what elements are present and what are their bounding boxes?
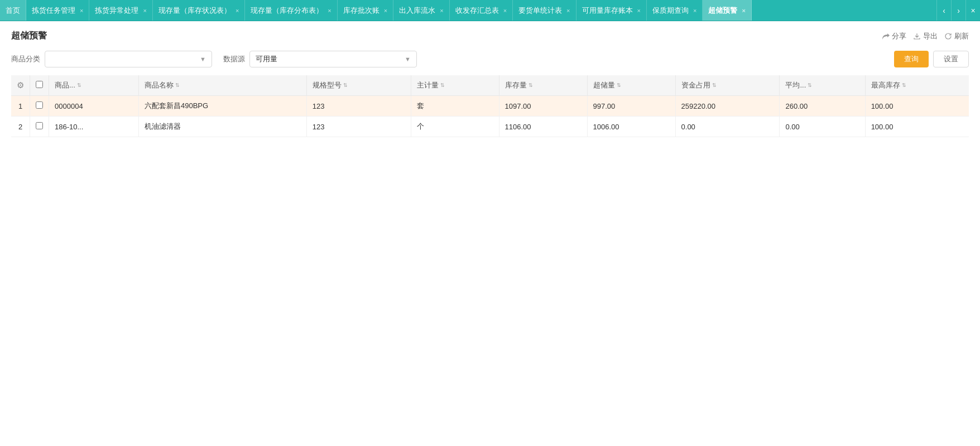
row-checkbox-cell [30, 96, 49, 117]
nav-item-batch-account[interactable]: 库存批次账 × [338, 0, 393, 21]
row-capital: 259220.00 [675, 96, 780, 117]
close-icon[interactable]: × [742, 7, 745, 14]
chevron-down-icon: ▼ [200, 56, 206, 62]
nav-item-quality-expiry[interactable]: 保质期查询 × [647, 0, 703, 21]
row-max-stock: 100.00 [865, 117, 969, 137]
row-avg: 260.00 [780, 96, 865, 117]
query-button[interactable]: 查询 [894, 51, 929, 67]
row-unit: 个 [411, 117, 499, 137]
close-icon[interactable]: × [637, 7, 641, 14]
sort-icon: ⇅ [808, 83, 812, 88]
nav-arrow-close[interactable]: × [965, 0, 980, 21]
row-over-stock: 1006.00 [587, 117, 675, 137]
row-avg: 0.00 [780, 117, 865, 137]
row-number: 1 [11, 96, 30, 117]
row-spec: 123 [306, 117, 411, 137]
th-checkbox [30, 75, 49, 96]
nav-item-exception[interactable]: 拣货异常处理 × [89, 0, 152, 21]
table-row: 2 186-10... 机油滤清器 123 个 1106.00 1006.00 … [11, 117, 969, 137]
row-spec: 123 [306, 96, 411, 117]
th-settings: ⚙ [11, 75, 30, 96]
row-checkbox[interactable] [36, 101, 43, 109]
export-button[interactable]: 导出 [913, 31, 938, 41]
nav-item-overstock-warning[interactable]: 超储预警 × [703, 0, 751, 21]
row-product-code: 0000004 [49, 96, 139, 117]
category-select[interactable]: ▼ [45, 51, 212, 67]
row-checkbox-cell [30, 117, 49, 137]
nav-item-inout-flow[interactable]: 出入库流水 × [393, 0, 449, 21]
datasource-label: 数据源 [223, 54, 245, 64]
nav-arrow-left[interactable]: ‹ [936, 0, 951, 21]
row-product-code: 186-10... [49, 117, 139, 137]
chevron-down-icon: ▼ [405, 56, 411, 62]
nav-item-order-stats[interactable]: 要货单统计表 × [513, 0, 576, 21]
sort-icon: ⇅ [902, 83, 906, 88]
refresh-icon [944, 32, 952, 40]
sort-icon: ⇅ [712, 83, 717, 88]
row-max-stock: 100.00 [865, 96, 969, 117]
share-icon [882, 32, 890, 40]
close-icon[interactable]: × [566, 7, 570, 14]
row-number: 2 [11, 117, 30, 137]
row-product-name: 机油滤清器 [138, 117, 306, 137]
page-header: 超储预警 分享 导出 刷新 [11, 30, 969, 42]
row-checkbox[interactable] [36, 122, 43, 129]
close-icon[interactable]: × [236, 7, 239, 14]
nav-item-usable-account[interactable]: 可用量库存账本 × [577, 0, 647, 21]
datasource-filter: 数据源 可用量 ▼ [223, 51, 417, 67]
settings-button[interactable]: 设置 [933, 51, 969, 67]
refresh-button[interactable]: 刷新 [944, 31, 969, 41]
th-product-name: 商品名称 ⇅ [138, 75, 306, 96]
sort-icon: ⇅ [529, 83, 533, 88]
category-label: 商品分类 [11, 54, 40, 64]
table-row: 1 0000004 六配套新昌490BPG 123 套 1097.00 997.… [11, 96, 969, 117]
th-avg: 平均... ⇅ [780, 75, 865, 96]
category-filter: 商品分类 ▼ [11, 51, 212, 67]
sort-icon: ⇅ [343, 83, 348, 88]
close-icon[interactable]: × [80, 7, 83, 14]
page-content: 超储预警 分享 导出 刷新 商品 [0, 21, 980, 146]
close-icon[interactable]: × [143, 7, 146, 14]
row-unit: 套 [411, 96, 499, 117]
datasource-select[interactable]: 可用量 ▼ [249, 51, 417, 67]
th-unit: 主计量 ⇅ [411, 75, 499, 96]
select-all-checkbox[interactable] [36, 81, 43, 88]
row-stock: 1097.00 [499, 96, 587, 117]
close-icon[interactable]: × [440, 7, 443, 14]
table-header-row: ⚙ 商品... ⇅ 商品名称 ⇅ [11, 75, 969, 96]
th-stock: 库存量 ⇅ [499, 75, 587, 96]
datasource-value: 可用量 [256, 54, 277, 64]
nav-item-receipt-summary[interactable]: 收发存汇总表 × [450, 0, 513, 21]
sort-icon: ⇅ [440, 83, 445, 88]
filter-row: 商品分类 ▼ 数据源 可用量 ▼ 查询 设置 [11, 51, 969, 67]
th-capital: 资金占用 ⇅ [675, 75, 780, 96]
row-product-name: 六配套新昌490BPG [138, 96, 306, 117]
close-icon[interactable]: × [693, 7, 696, 14]
sort-icon: ⇅ [77, 83, 81, 88]
gear-icon[interactable]: ⚙ [17, 80, 24, 90]
page-title: 超储预警 [11, 30, 47, 42]
export-icon [913, 32, 921, 40]
table-body: 1 0000004 六配套新昌490BPG 123 套 1097.00 997.… [11, 96, 969, 137]
th-spec: 规格型号 ⇅ [306, 75, 411, 96]
nav-item-home[interactable]: 首页 [0, 0, 26, 21]
nav-item-inventory-status[interactable]: 现存量（库存状况表） × [153, 0, 245, 21]
row-capital: 0.00 [675, 117, 780, 137]
th-over-stock: 超储量 ⇅ [587, 75, 675, 96]
nav-item-task-mgmt[interactable]: 拣货任务管理 × [26, 0, 89, 21]
th-max-stock: 最高库存 ⇅ [865, 75, 969, 96]
row-over-stock: 997.00 [587, 96, 675, 117]
close-icon[interactable]: × [503, 7, 507, 14]
share-button[interactable]: 分享 [882, 31, 906, 41]
filter-buttons: 查询 设置 [894, 51, 969, 67]
data-table: ⚙ 商品... ⇅ 商品名称 ⇅ [11, 75, 969, 137]
close-icon[interactable]: × [384, 7, 387, 14]
nav-arrows: ‹ › × [936, 0, 980, 21]
sort-icon: ⇅ [617, 83, 621, 88]
th-product-code: 商品... ⇅ [49, 75, 139, 96]
nav-arrow-right[interactable]: › [951, 0, 965, 21]
page-actions: 分享 导出 刷新 [882, 31, 969, 41]
nav-item-inventory-dist[interactable]: 现存量（库存分布表） × [245, 0, 337, 21]
sort-icon: ⇅ [175, 83, 180, 88]
close-icon[interactable]: × [328, 7, 331, 14]
